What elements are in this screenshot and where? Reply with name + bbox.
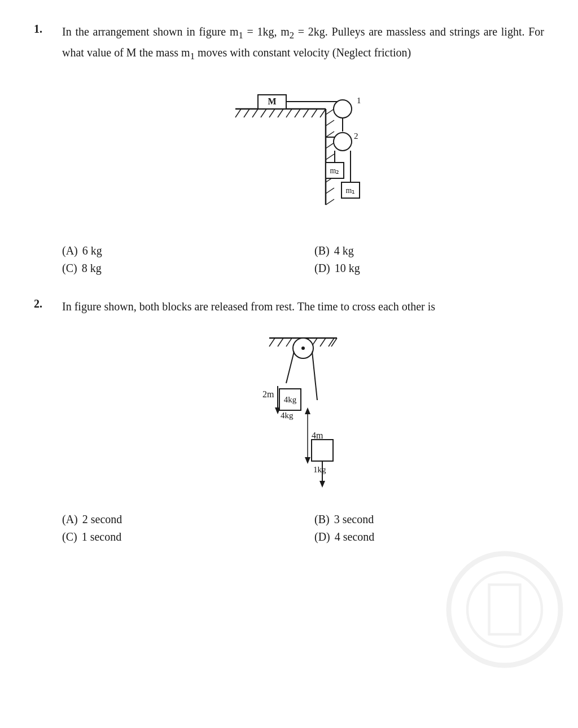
q2-option-d-label: (D) [314,530,330,543]
svg-line-40 [286,338,292,347]
svg-line-2 [244,109,249,117]
diagram-1-svg: M 1 2 m₂ m₁ [213,75,393,233]
svg-line-14 [326,120,334,126]
question-1: 1. In the arrangement shown in figure m1… [34,23,544,275]
svg-line-11 [320,109,326,117]
q2-content: In figure shown, both blocks are release… [62,297,544,543]
svg-marker-60 [305,457,310,464]
q1-option-a-value: 6 kg [82,244,102,257]
svg-rect-57 [312,440,333,461]
q2-option-b: (B) 3 second [314,513,544,526]
q1-option-d-label: (D) [314,262,330,275]
svg-point-28 [334,133,352,151]
q2-option-d-value: 4 second [335,530,375,543]
svg-text:4kg: 4kg [281,411,294,420]
q2-number: 2. [34,297,62,543]
svg-point-65 [449,554,561,665]
svg-line-7 [286,109,292,117]
diagram-2-svg: 2m 4kg 4kg 4m [224,327,382,502]
q2-option-a: (A) 2 second [62,513,292,526]
q2-option-c-label: (C) [62,530,77,543]
diagram-1: M 1 2 m₂ m₁ [62,75,544,233]
watermark [443,547,567,672]
q1-option-c: (C) 8 kg [62,262,292,275]
svg-text:M: M [268,97,276,106]
svg-line-16 [326,143,334,148]
svg-marker-59 [305,407,310,414]
svg-text:2m: 2m [262,389,274,399]
diagram-2: 2m 4kg 4kg 4m [62,327,544,502]
svg-line-45 [329,338,334,347]
svg-text:4m: 4m [312,431,323,440]
q1-option-a: (A) 6 kg [62,244,292,257]
q1-option-b-value: 4 kg [334,244,354,257]
svg-line-50 [312,352,317,400]
q1-option-c-value: 8 kg [82,262,102,275]
svg-text:1kg: 1kg [313,465,326,474]
svg-line-5 [269,109,275,117]
svg-line-20 [326,188,334,194]
svg-line-49 [286,352,294,383]
svg-point-25 [334,100,352,118]
q2-option-a-label: (A) [62,513,78,526]
q1-option-b-label: (B) [314,244,330,257]
svg-text:m₂: m₂ [330,166,340,175]
svg-text:4kg: 4kg [284,395,297,404]
svg-line-13 [326,109,334,115]
svg-line-15 [326,131,334,137]
q1-option-a-label: (A) [62,244,78,257]
svg-point-48 [301,347,305,350]
svg-line-3 [252,109,258,117]
svg-line-46 [331,338,337,347]
svg-line-6 [278,109,283,117]
svg-rect-67 [489,585,520,634]
q2-option-c: (C) 1 second [62,530,292,543]
svg-line-21 [326,199,334,205]
svg-line-38 [269,338,275,347]
q2-option-d: (D) 4 second [314,530,544,543]
svg-line-9 [303,109,309,117]
svg-marker-63 [319,481,325,488]
svg-line-39 [278,338,283,347]
q2-option-b-value: 3 second [334,513,374,526]
svg-text:2: 2 [354,131,358,141]
svg-text:1: 1 [357,96,361,105]
svg-text:m₁: m₁ [346,186,356,195]
svg-line-8 [295,109,300,117]
q1-option-c-label: (C) [62,262,77,275]
question-2: 2. In figure shown, both blocks are rele… [34,297,544,543]
q2-text: In figure shown, both blocks are release… [62,297,544,315]
q2-options: (A) 2 second (B) 3 second (C) 1 second (… [62,513,544,543]
svg-line-1 [235,109,241,117]
svg-line-10 [312,109,317,117]
q1-option-d-value: 10 kg [335,262,360,275]
q1-option-d: (D) 10 kg [314,262,544,275]
q1-content: In the arrangement shown in figure m1 = … [62,23,544,275]
q1-number: 1. [34,23,62,275]
svg-point-66 [467,572,542,647]
q1-option-b: (B) 4 kg [314,244,544,257]
q2-option-b-label: (B) [314,513,330,526]
q2-option-c-value: 1 second [82,530,122,543]
q1-text: In the arrangement shown in figure m1 = … [62,23,544,64]
svg-line-4 [261,109,266,117]
q2-option-a-value: 2 second [82,513,122,526]
svg-line-44 [320,338,326,347]
q1-options: (A) 6 kg (B) 4 kg (C) 8 kg (D) 10 kg [62,244,544,275]
svg-line-17 [326,154,334,160]
